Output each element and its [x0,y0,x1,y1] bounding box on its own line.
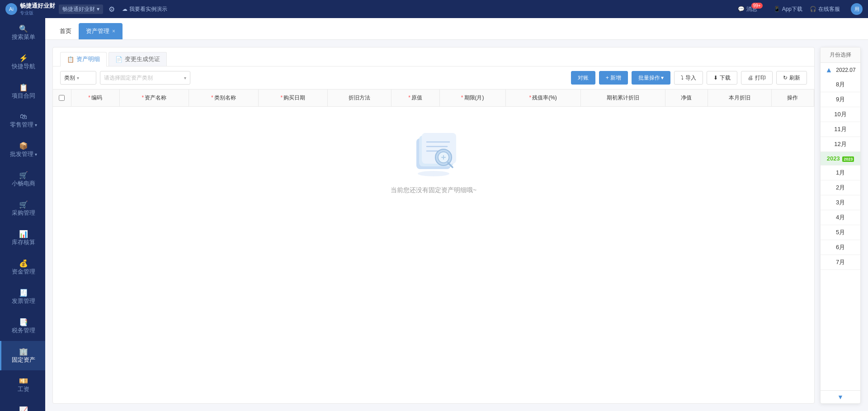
th-checkbox [53,90,71,107]
sub-tab-change-voucher[interactable]: 📄 变更生成凭证 [108,52,167,66]
company-selector[interactable]: 畅捷通好业财 ▾ [59,5,103,14]
app-download-button[interactable]: 📱 App下载 [774,5,802,13]
empty-state: 当前您还没有固定资产明细哦~ [53,107,814,213]
user-avatar[interactable]: 用 [851,3,863,15]
th-name: *资产名称 [119,90,189,107]
category-placeholder: 请选择固定资产类别 [104,74,153,82]
company-dropdown-icon: ▾ [97,6,99,12]
online-service-label: 在线客服 [818,5,840,13]
sub-tab-asset-detail[interactable]: 📋 资产明细 [60,52,107,66]
sidebar-label-retail: 零售管理 ▾ [5,121,42,129]
month-item-3[interactable]: 3月 [821,195,860,210]
empty-icon [406,125,461,179]
sidebar-item-ops[interactable]: 📈 经营管理 [0,400,45,411]
th-operation: 操作 [771,90,814,107]
sidebar-item-tax[interactable]: 📑 税务管理 [0,312,45,341]
sidebar-item-fixed-assets[interactable]: 🏢 固定资产 [0,341,45,370]
th-category: *类别名称 [189,90,258,107]
sidebar-item-invoice[interactable]: 🧾 发票管理 [0,282,45,312]
sidebar-item-quick-nav[interactable]: ⚡ 快捷导航 [0,47,45,77]
app-download-icon: 📱 [774,6,780,12]
category-input[interactable]: 请选择固定资产类别 ▾ [100,71,190,85]
month-down-btn[interactable]: ▼ [837,393,844,401]
toolbar-left: 类别 ▾ 请选择固定资产类别 ▾ [60,71,190,85]
print-button[interactable]: 🖨 打印 [741,71,773,85]
sidebar-item-retail[interactable]: 🛍 零售管理 ▾ [0,106,45,135]
download-button[interactable]: ⬇ 下载 [707,71,737,85]
app-icon: Ai [5,3,17,15]
sidebar-label-quick-nav: 快捷导航 [5,62,42,71]
month-item-10[interactable]: 10月 [821,107,860,122]
sidebar-item-wholesale[interactable]: 📦 批发管理 ▾ [0,135,45,165]
main-layout: 🔍 搜索菜单 ⚡ 快捷导航 📋 项目合同 🛍 零售管理 ▾ 📦 批发管理 ▾ [0,18,868,411]
month-item-6[interactable]: 6月 [821,240,860,255]
demo-icon: ☁ [122,6,127,12]
month-item-8[interactable]: 8月 [821,77,860,92]
th-depreciation: 折旧方法 [328,90,392,107]
quick-nav-icon: ⚡ [5,54,42,62]
th-period: *期限(月) [439,90,505,107]
finance-icon: 💰 [5,259,42,268]
toolbar-right: 对账 + 新增 批量操作 ▾ ⤵ 导入 [571,71,807,85]
sidebar-label-inventory: 库存核算 [5,238,42,246]
select-all-checkbox[interactable] [59,95,65,101]
message-button[interactable]: 💬 消息 99+ [738,5,757,13]
sidebar-item-search[interactable]: 🔍 搜索菜单 [0,18,45,47]
month-item-12[interactable]: 12月 [821,137,860,152]
tab-bar: 首页 资产管理 × [45,18,868,40]
settings-button[interactable]: ⚙ [108,5,115,14]
wholesale-arrow-icon: ▾ [35,152,37,157]
category-dropdown-arrow: ▾ [77,76,79,80]
month-item-5[interactable]: 5月 [821,225,860,240]
month-panel-title: 月份选择 [821,47,860,63]
sidebar-label-fixed-assets: 固定资产 [5,356,42,364]
month-list: 8月 9月 10月 11月 12月 2023 2023 1月 2月 3月 4月 … [821,77,860,390]
refresh-icon: ↻ [783,75,788,81]
sidebar-item-purchase[interactable]: 🛒 采购管理 [0,194,45,223]
demo-button[interactable]: ☁ 我要看实例演示 [122,5,167,13]
app-name: 畅捷通好业财 [20,2,55,10]
retail-arrow-icon: ▾ [35,123,37,128]
sidebar-label-invoice: 发票管理 [5,297,42,305]
tab-close-icon[interactable]: × [112,28,115,34]
sidebar-item-salary[interactable]: 💴 工资 [0,370,45,400]
category-input-arrow: ▾ [184,76,186,80]
sidebar-item-finance[interactable]: 💰 资金管理 [0,253,45,282]
asset-table: *编码 *资产名称 *类别名称 *购买日期 折旧方法 *原值 *期限(月) *残… [53,90,814,107]
app-edition: 专业版 [20,10,55,16]
company-name: 畅捷通好业财 [62,5,95,13]
month-item-9[interactable]: 9月 [821,92,860,107]
batch-button[interactable]: 批量操作 ▾ [632,71,670,85]
reconcile-button[interactable]: 对账 [571,71,595,85]
month-panel-footer: ▼ [821,390,860,403]
month-item-1[interactable]: 1月 [821,165,860,180]
month-prev-btn[interactable]: ▲ [823,65,834,76]
salary-icon: 💴 [5,377,42,385]
svg-point-0 [418,171,449,176]
refresh-button[interactable]: ↻ 刷新 [776,71,807,85]
tab-asset-mgmt[interactable]: 资产管理 × [79,23,123,39]
print-icon: 🖨 [748,75,753,81]
tab-home[interactable]: 首页 [52,23,79,39]
th-original-value: *原值 [391,90,439,107]
online-service-button[interactable]: 🎧 在线客服 [810,5,840,13]
sub-tab-asset-detail-label: 资产明细 [76,55,100,63]
category-select[interactable]: 类别 ▾ [60,71,96,85]
sidebar-item-project[interactable]: 📋 项目合同 [0,77,45,106]
purchase-icon: 🛒 [5,200,42,209]
month-item-11[interactable]: 11月 [821,122,860,137]
message-icon: 💬 [738,6,745,12]
sidebar-item-inventory[interactable]: 📊 库存核算 [0,223,45,253]
retail-icon: 🛍 [5,113,42,121]
toolbar: 类别 ▾ 请选择固定资产类别 ▾ 对账 [53,66,814,90]
month-item-4[interactable]: 4月 [821,210,860,225]
import-button[interactable]: ⤵ 导入 [674,71,703,85]
month-item-7[interactable]: 7月 [821,255,860,270]
download-icon: ⬇ [713,75,718,81]
month-item-2[interactable]: 2月 [821,180,860,195]
month-item-2023[interactable]: 2023 2023 [821,152,860,165]
top-bar-right: 💬 消息 99+ 📱 App下载 🎧 在线客服 用 [738,3,863,15]
sidebar-item-ecommerce[interactable]: 🛒 小畅电商 [0,165,45,194]
add-label: + 新增 [606,74,621,82]
add-button[interactable]: + 新增 [599,71,628,85]
